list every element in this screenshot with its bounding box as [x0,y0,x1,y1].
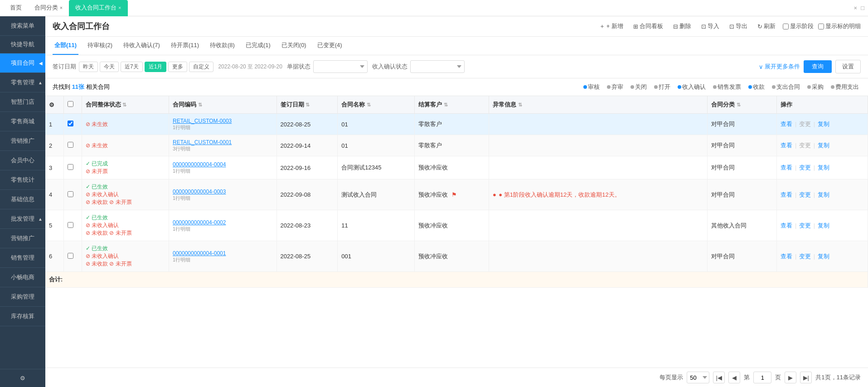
export-button[interactable]: ⊡ 导出 [727,21,750,31]
view-2[interactable]: 查看 [781,142,792,149]
copy-2[interactable]: 复制 [818,142,829,149]
view-1[interactable]: 查看 [781,121,792,127]
gear-icon[interactable]: ⚙ [49,102,54,108]
row-checkbox-4[interactable] [63,179,82,210]
sidebar-item-smart-store[interactable]: 智慧门店 [0,92,45,112]
sidebar-item-sales-management[interactable]: 销售管理 [0,248,45,268]
date-btn-7days[interactable]: 近7天 [121,62,143,72]
tab-pending-confirm[interactable]: 待收入确认(7) [121,37,162,55]
show-stage-input[interactable] [783,24,789,29]
date-btn-1month[interactable]: 近1月 [145,62,167,72]
view-6[interactable]: 查看 [781,253,792,260]
close-tab-income-contract[interactable]: × [118,5,121,10]
tab-all[interactable]: 全部(11) [53,37,78,55]
sidebar-settings[interactable]: ⚙ [0,369,45,387]
row-checkbox-5[interactable] [63,210,82,241]
receive-payment-button[interactable]: 收款 [747,82,766,92]
close-window-icon[interactable]: × [854,5,858,11]
select-all-checkbox[interactable] [68,101,73,107]
sidebar-item-project-contract[interactable]: 项目合同 ◀ [0,53,45,73]
col-gear[interactable]: ⚙ [45,96,63,114]
sort-status-icon[interactable]: ⇅ [122,102,126,107]
show-stage-checkbox[interactable]: 显示阶段 [783,22,814,30]
sidebar-item-marketing[interactable]: 营销推广 [0,131,45,151]
expense-output-button[interactable]: 费用支出 [829,82,861,92]
sidebar-item-wholesale[interactable]: 批发管理 ▲ [0,209,45,229]
view-3[interactable]: 查看 [781,164,792,171]
sort-date-icon[interactable]: ⇅ [305,102,310,107]
copy-6[interactable]: 复制 [818,253,829,260]
sort-customer-icon[interactable]: ⇅ [444,102,448,107]
sort-category-icon[interactable]: ⇅ [737,102,741,107]
change-6[interactable]: 变更 [799,253,811,260]
sidebar-item-ecommerce[interactable]: 小畅电商 [0,268,45,287]
copy-1[interactable]: 复制 [818,121,829,127]
first-page-button[interactable]: |◀ [713,372,725,383]
next-page-button[interactable]: ▶ [785,372,796,383]
contract-link-5[interactable]: 0000000000004-0002 [173,219,226,226]
contract-link-2[interactable]: RETAIL_CUSTOM-0001 [173,139,232,145]
confirm-filter-select[interactable] [410,60,465,73]
view-4[interactable]: 查看 [781,191,792,198]
contract-link-1[interactable]: RETAIL_CUSTOM-0003 [173,118,232,124]
row-select-3[interactable] [68,164,73,170]
date-btn-today[interactable]: 今天 [100,62,119,72]
contract-link-3[interactable]: 0000000000004-0004 [173,161,226,168]
add-button[interactable]: ＋ + 新增 [596,21,626,31]
copy-3[interactable]: 复制 [818,164,829,171]
contract-board-button[interactable]: ⊞ 合同看板 [630,21,666,31]
row-select-5[interactable] [68,222,73,228]
tab-contract-category[interactable]: 合同分类 × [28,0,69,16]
col-checkbox[interactable] [63,96,82,114]
audit-button[interactable]: 审核 [582,82,601,92]
change-4[interactable]: 变更 [799,191,811,198]
expand-filter-button[interactable]: ∨ 展开更多条件 [759,63,800,71]
close-contract-button[interactable]: 关闭 [629,82,649,92]
import-button[interactable]: ⊡ 导入 [698,21,722,31]
sidebar-item-retail-stats[interactable]: 零售统计 [0,170,45,190]
show-detail-checkbox[interactable]: 显示标的明细 [818,22,861,30]
sidebar-item-basic-info[interactable]: 基础信息 [0,190,45,209]
copy-4[interactable]: 复制 [818,191,829,198]
view-5[interactable]: 查看 [781,222,792,229]
sidebar-search[interactable]: 搜索菜单 [0,16,45,36]
delete-button[interactable]: ⊟ 删除 [670,21,694,31]
set-button[interactable]: 设置 [835,60,861,73]
tab-pending-invoice[interactable]: 待开票(11) [169,37,201,55]
sort-name-icon[interactable]: ⇅ [367,102,371,107]
change-1[interactable]: 变更 [799,121,811,127]
row-checkbox-2[interactable] [63,135,82,156]
contract-link-4[interactable]: 0000000000004-0003 [173,189,226,195]
abandon-audit-button[interactable]: 弃审 [605,82,625,92]
tab-home[interactable]: 首页 [4,0,28,16]
tab-changed[interactable]: 已变更(4) [315,37,344,55]
row-checkbox-3[interactable] [63,156,82,179]
income-confirm-button[interactable]: 收入确认 [676,82,708,92]
sort-abnormal-icon[interactable]: ⇅ [518,102,522,107]
restore-window-icon[interactable]: □ [861,5,864,11]
sidebar-item-retail-mall[interactable]: 零售商城 [0,112,45,131]
query-button[interactable]: 查询 [804,60,832,73]
refresh-button[interactable]: ↻ 刷新 [755,21,778,31]
change-5[interactable]: 变更 [799,222,811,229]
row-select-4[interactable] [68,191,73,197]
row-checkbox-6[interactable] [63,241,82,272]
sales-invoice-button[interactable]: 销售发票 [711,82,743,92]
show-detail-input[interactable] [818,24,824,29]
row-checkbox-1[interactable] [63,114,82,135]
tab-closed[interactable]: 已关闭(0) [280,37,308,55]
sidebar-item-member-center[interactable]: 会员中心 [0,151,45,170]
row-select-1[interactable] [68,121,73,126]
row-select-2[interactable] [68,142,73,148]
tab-completed[interactable]: 已完成(1) [244,37,272,55]
prev-page-button[interactable]: ◀ [728,372,740,383]
page-number-input[interactable] [753,372,771,383]
status-filter-select[interactable] [313,60,368,73]
change-3[interactable]: 变更 [799,164,811,171]
date-btn-more[interactable]: 更多 [168,62,187,72]
purchase-button[interactable]: 采购 [805,82,825,92]
date-btn-custom[interactable]: 自定义 [189,62,213,72]
last-page-button[interactable]: ▶| [800,372,812,383]
sidebar-quick-nav[interactable]: 快捷导航 [0,36,45,53]
tab-pending-review[interactable]: 待审核(2) [86,37,114,55]
